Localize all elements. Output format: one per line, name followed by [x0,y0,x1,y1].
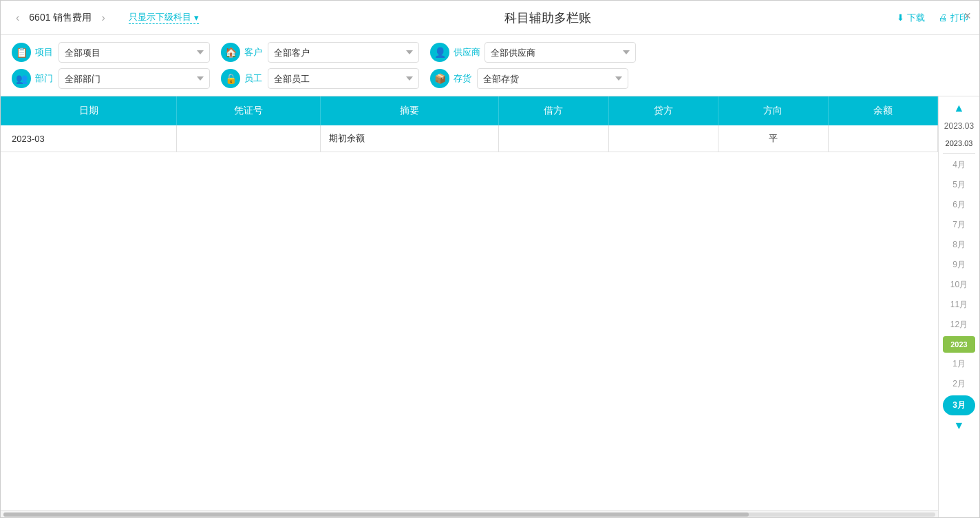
inventory-label: 存货 [454,72,473,85]
supplier-icon: 👤 [430,43,449,62]
sidebar-month-6[interactable]: 6月 [939,195,979,215]
col-debit: 借方 [499,96,608,125]
project-filter-item: 📋 项目 全部项目 [12,42,210,63]
scrollbar-track [3,512,935,517]
account-code: 6601 销售费用 [29,12,92,24]
customer-label: 客户 [244,46,264,59]
print-icon: 🖨 [939,12,948,23]
horizontal-scrollbar[interactable] [1,510,938,517]
nav-prev-button[interactable]: ‹ [12,10,23,25]
sidebar-month-11[interactable]: 11月 [939,295,979,315]
download-button[interactable]: ⬇ 下载 [897,12,925,24]
only-sub-label: 只显示下级科目 [129,11,191,23]
only-sub-toggle[interactable]: 只显示下级科目 ▾ [129,11,199,24]
employee-icon: 🔒 [221,69,240,88]
filter-row-1: 📋 项目 全部项目 🏠 客户 全部客户 👤 供应商 全部供应商 [12,42,968,63]
sidebar-month-5[interactable]: 5月 [939,175,979,195]
scrollbar-thumb [3,512,749,517]
col-credit: 贷方 [608,96,718,125]
content-area: 日期 凭证号 摘要 借方 贷方 方向 余额 2023-03 [1,96,979,517]
sidebar-month-10[interactable]: 10月 [939,275,979,295]
sidebar-year-2023[interactable]: 2023 [943,336,975,353]
project-icon: 📋 [12,43,31,62]
main-window: ‹ 6601 销售费用 › 只显示下级科目 ▾ 科目辅助多栏账 ⬇ 下载 🖨 打… [0,0,980,518]
project-select[interactable]: 全部项目 [58,42,210,63]
sidebar-period-2023-03-header[interactable]: 2023.03 [939,117,979,135]
cell-direction: 平 [718,125,828,152]
title-bar: ‹ 6601 销售费用 › 只显示下级科目 ▾ 科目辅助多栏账 ⬇ 下载 🖨 打… [1,1,979,35]
cell-credit [608,125,718,152]
customer-select[interactable]: 全部客户 [268,42,419,63]
filter-row-2: 👥 部门 全部部门 🔒 员工 全部员工 📦 存货 全部存货 [12,68,968,89]
page-title: 科目辅助多栏账 [504,10,591,26]
inventory-icon: 📦 [430,69,449,88]
col-date: 日期 [1,96,177,125]
supplier-label: 供应商 [454,46,480,59]
cell-balance [828,125,938,152]
sidebar-month-4[interactable]: 4月 [939,155,979,175]
col-voucher: 凭证号 [177,96,321,125]
title-actions: ⬇ 下载 🖨 打印 [897,12,968,24]
inventory-select[interactable]: 全部存货 [477,68,628,89]
sidebar-month-9[interactable]: 9月 [939,255,979,275]
department-filter-item: 👥 部门 全部部门 [12,68,210,89]
download-label: 下载 [907,12,925,24]
right-sidebar: ▲ 2023.03 2023.03 4月 5月 6月 7月 8月 9月 10月 … [938,96,979,517]
cell-date: 2023-03 [1,125,177,152]
sidebar-month-2[interactable]: 2月 [939,374,979,394]
supplier-filter-item: 👤 供应商 全部供应商 [430,42,636,63]
sidebar-month-7[interactable]: 7月 [939,215,979,235]
sidebar-month-1[interactable]: 1月 [939,354,979,374]
ledger-table: 日期 凭证号 摘要 借方 贷方 方向 余额 2023-03 [1,96,938,152]
only-sub-arrow: ▾ [194,12,199,23]
close-button[interactable]: × [963,9,971,23]
sidebar-up-arrow[interactable]: ▲ [939,99,979,117]
filters-panel: 📋 项目 全部项目 🏠 客户 全部客户 👤 供应商 全部供应商 [1,35,979,96]
sidebar-month-3-active[interactable]: 3月 [943,395,975,415]
project-label: 项目 [35,46,54,59]
customer-icon: 🏠 [221,43,240,62]
title-left: ‹ 6601 销售费用 › 只显示下级科目 ▾ [12,10,199,25]
col-summary: 摘要 [321,96,499,125]
sidebar-month-12[interactable]: 12月 [939,315,979,335]
sidebar-month-8[interactable]: 8月 [939,235,979,255]
table-container[interactable]: 日期 凭证号 摘要 借方 贷方 方向 余额 2023-03 [1,96,938,510]
employee-filter-item: 🔒 员工 全部员工 [221,68,419,89]
cell-debit [499,125,608,152]
sidebar-down-arrow[interactable]: ▼ [939,417,979,435]
table-header-row: 日期 凭证号 摘要 借方 贷方 方向 余额 [1,96,938,125]
col-direction: 方向 [718,96,828,125]
cell-voucher [177,125,321,152]
table-row: 2023-03 期初余额 平 [1,125,938,152]
customer-filter-item: 🏠 客户 全部客户 [221,42,419,63]
sidebar-period-2023-03-sub[interactable]: 2023.03 [939,135,979,152]
department-select[interactable]: 全部部门 [58,68,210,89]
supplier-select[interactable]: 全部供应商 [484,42,636,63]
download-icon: ⬇ [897,12,904,23]
department-icon: 👥 [12,69,31,88]
inventory-filter-item: 📦 存货 全部存货 [430,68,628,89]
employee-select[interactable]: 全部员工 [268,68,419,89]
nav-next-button[interactable]: › [97,10,109,25]
sidebar-divider-1 [943,153,975,154]
department-label: 部门 [35,72,54,85]
main-content: 日期 凭证号 摘要 借方 贷方 方向 余额 2023-03 [1,96,938,517]
col-balance: 余额 [828,96,938,125]
cell-summary: 期初余额 [321,125,499,152]
employee-label: 员工 [244,72,264,85]
